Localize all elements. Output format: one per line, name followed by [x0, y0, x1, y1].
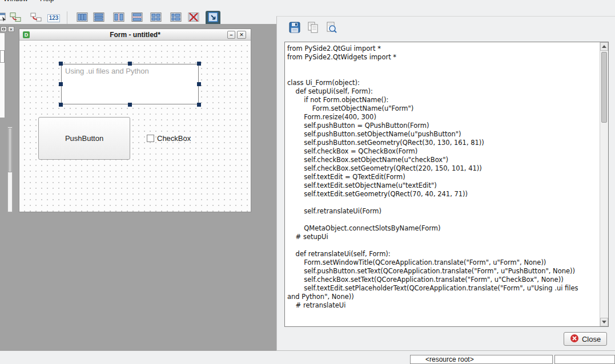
layout-vertical-splitter-icon [131, 11, 143, 25]
close-circle-icon [570, 334, 579, 345]
menu-window[interactable]: Window [3, 0, 28, 3]
find-icon [325, 21, 337, 36]
resource-root-item[interactable]: <resource root> [411, 355, 552, 364]
dock-close-button[interactable]: ✕ [8, 26, 14, 32]
layout-grid-icon [150, 11, 162, 25]
selection-handle-s[interactable] [128, 103, 132, 107]
form-window-titlebar[interactable]: D Form - untitled* – ✕ [19, 29, 251, 41]
mdi-workspace: ✕ D Form - untitled* – ✕ Using .ui files… [0, 24, 276, 351]
break-layout-icon [188, 11, 199, 25]
save-button[interactable] [287, 21, 302, 36]
edit-widgets-icon [0, 11, 6, 25]
dock-float-icon [2, 28, 5, 30]
code-preview-dialog: from PySide2.QtGui import * from PySide2… [276, 16, 615, 351]
layout-horizontal-icon [77, 11, 88, 25]
left-panel-fragment [0, 33, 5, 118]
selection-handle-w[interactable] [59, 82, 63, 86]
edit-signals-slots-icon [10, 11, 21, 25]
copy-icon [307, 21, 319, 36]
selection-handle-n[interactable] [128, 62, 132, 66]
close-button[interactable]: Close [564, 332, 607, 346]
code-view[interactable]: from PySide2.QtGui import * from PySide2… [284, 42, 609, 327]
copy-button[interactable] [306, 21, 320, 36]
checkbox-label: CheckBox [157, 134, 191, 143]
menu-help[interactable]: Help [40, 0, 54, 3]
layout-form-icon [170, 11, 182, 25]
bottom-window-fragment: <resource root> [0, 351, 615, 364]
form-close-button[interactable]: ✕ [237, 31, 246, 39]
code-vertical-scrollbar[interactable] [600, 42, 608, 326]
selection-handle-sw[interactable] [59, 103, 63, 107]
resource-tree-fragment[interactable]: <resource root> [410, 355, 553, 364]
scrollbar-handle[interactable] [601, 52, 607, 123]
edit-buddies-icon [30, 11, 42, 25]
left-panel-field-fragment [0, 50, 5, 63]
find-button[interactable] [324, 21, 339, 36]
designer-form-icon: D [23, 31, 30, 38]
dock-float-button[interactable] [1, 26, 7, 32]
edit-tab-order-icon: 123 [47, 14, 61, 22]
form-minimize-button[interactable]: – [227, 31, 235, 39]
form-editor-window: D Form - untitled* – ✕ Using .ui files a… [19, 29, 251, 212]
arrow-up-icon [602, 45, 606, 48]
scroll-up-button[interactable] [600, 42, 608, 51]
left-scrollbar-fragment[interactable] [7, 127, 13, 212]
checkbox-widget[interactable]: CheckBox [147, 134, 191, 143]
checkbox-indicator[interactable] [147, 135, 154, 142]
textedit-widget[interactable]: Using .ui files and Python [61, 64, 199, 104]
desktop: Window Help 123 [0, 0, 615, 364]
toolbar-separator [67, 11, 67, 25]
form-window-title: Form - untitled* [110, 31, 160, 39]
left-scrollbar-handle[interactable] [8, 128, 12, 172]
selection-handle-e[interactable] [197, 82, 201, 86]
arrow-down-icon [602, 321, 606, 323]
close-button-label: Close [582, 335, 601, 343]
pushbutton-widget[interactable]: PushButton [38, 117, 130, 160]
layout-vertical-icon [93, 11, 104, 25]
selection-handle-nw[interactable] [59, 62, 63, 66]
code-text[interactable]: from PySide2.QtGui import * from PySide2… [285, 42, 600, 326]
layout-horizontal-splitter-icon [113, 11, 124, 25]
form-canvas[interactable]: Using .ui files and Python PushButton Ch… [19, 41, 251, 212]
selection-handle-ne[interactable] [197, 62, 201, 66]
resource-list-fragment [554, 355, 615, 364]
scroll-down-button[interactable] [600, 318, 608, 326]
selection-handle-se[interactable] [197, 103, 201, 107]
adjust-size-icon [207, 11, 219, 25]
save-icon [288, 21, 301, 36]
